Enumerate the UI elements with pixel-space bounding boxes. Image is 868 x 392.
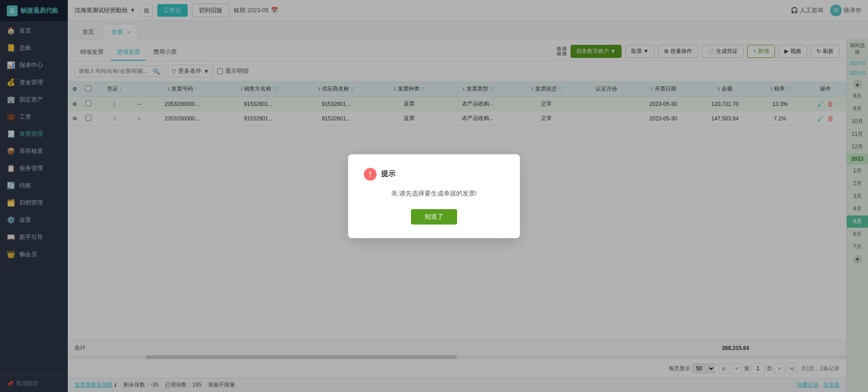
dialog-btn-row: 知道了 [364,209,504,225]
dialog-confirm-btn[interactable]: 知道了 [411,209,457,225]
dialog-title-row: ! 提示 [364,168,504,181]
dialog-overlay[interactable]: ! 提示 亲,请先选择要生成单据的发票! 知道了 [0,0,868,392]
dialog-title: 提示 [381,169,396,179]
dialog: ! 提示 亲,请先选择要生成单据的发票! 知道了 [348,154,520,238]
dialog-message: 亲,请先选择要生成单据的发票! [364,190,504,198]
dialog-warning-icon: ! [364,168,377,181]
